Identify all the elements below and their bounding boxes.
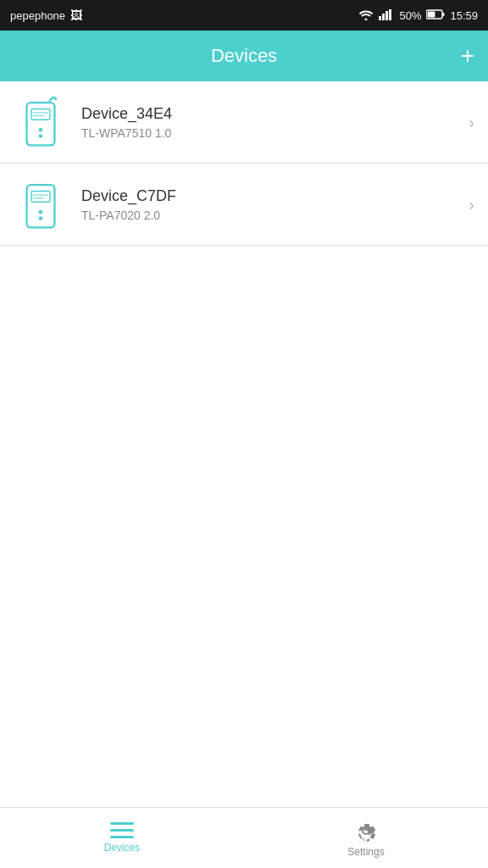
svg-rect-5 [428,11,435,17]
nav-item-settings[interactable]: Settings [244,808,488,868]
svg-rect-0 [379,16,381,20]
svg-rect-2 [385,11,388,20]
battery-icon [426,9,445,22]
device-icon-2 [19,177,63,231]
svg-rect-6 [443,13,445,16]
device-info-2: Device_C7DF TL-PA7020 2.0 [81,187,462,222]
svg-point-17 [39,216,43,220]
devices-icon [110,822,134,838]
page-title: Devices [44,45,444,67]
device-model-1: TL-WPA7510 1.0 [81,126,462,140]
device-list: Device_34E4 TL-WPA7510 1.0 › Device_C7DF… [0,81,488,807]
device-name-1: Device_34E4 [81,105,462,123]
status-bar: pepephone 🖼 50% [0,0,488,31]
device-model-2: TL-PA7020 2.0 [81,209,462,222]
device-icon-1 [19,95,63,149]
device-name-2: Device_C7DF [81,187,462,205]
bottom-nav: Devices Settings [0,807,488,868]
device-icon-wrap-1 [14,95,68,149]
status-bar-right: 50% 15:59 [358,8,478,23]
svg-point-9 [39,128,43,132]
chevron-icon-2: › [469,195,474,214]
signal-icon [379,8,394,23]
svg-point-10 [39,134,43,138]
wifi-icon [358,8,374,23]
device-item-1[interactable]: Device_34E4 TL-WPA7510 1.0 › [0,81,488,164]
svg-rect-3 [389,9,391,20]
svg-rect-8 [31,108,50,120]
gear-icon [354,819,378,843]
status-bar-left: pepephone 🖼 [10,8,82,22]
nav-item-devices[interactable]: Devices [0,808,244,868]
chevron-icon-1: › [469,113,474,132]
svg-rect-1 [382,14,385,20]
add-device-button[interactable]: + [444,44,474,68]
device-info-1: Device_34E4 TL-WPA7510 1.0 [81,105,462,140]
svg-rect-15 [31,191,50,202]
carrier-label: pepephone [10,9,65,22]
nav-label-settings: Settings [347,846,384,858]
camera-icon: 🖼 [70,8,82,22]
device-icon-wrap-2 [14,177,68,231]
svg-point-16 [39,210,43,214]
app-header: Devices + [0,31,488,81]
time-label: 15:59 [450,9,478,22]
battery-label: 50% [399,9,421,22]
nav-label-devices: Devices [104,842,141,854]
device-item-2[interactable]: Device_C7DF TL-PA7020 2.0 › [0,164,488,246]
svg-point-11 [49,99,52,102]
